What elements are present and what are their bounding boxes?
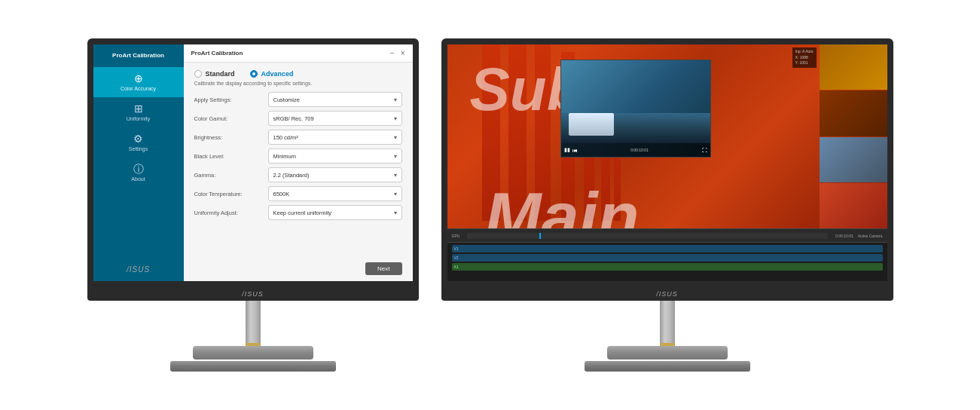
form-row-black-level: Black Level: Minimum ▾ [194, 148, 402, 164]
value-color-gamut: sRGB/ Rec. 709 [273, 115, 314, 122]
panel-footer: Next [184, 256, 413, 281]
left-monitor-neck [246, 301, 261, 346]
video-controls-bar: ▮▮ ⏮ 0:00:10:01 ⛶ [561, 143, 710, 157]
mode-standard-label: Standard [206, 70, 235, 78]
sidebar-footer: /ISUS [127, 265, 150, 281]
sidebar-title: ProArt Calibration [112, 52, 164, 60]
mode-advanced[interactable]: Advanced [250, 70, 294, 78]
nle-track-video-1: V1 [452, 245, 883, 252]
form-row-color-gamut: Color Gamut: sRGB/ Rec. 709 ▾ [194, 111, 402, 126]
video-preview: ▮▮ ⏮ 0:00:10:01 ⛶ [560, 60, 711, 158]
label-gamma: Gamma: [194, 172, 262, 179]
mode-subtitle: Calibrate the display according to speci… [184, 81, 413, 92]
sidebar-item-color-accuracy[interactable]: ⊕ Color Accuracy [93, 67, 184, 97]
right-monitor-base [607, 346, 728, 360]
info-line2: X: 1088 [795, 55, 814, 61]
left-monitor-bezel: ProArt Calibration ⊕ Color Accuracy ⊞ Un… [87, 38, 419, 287]
panel-controls: − × [390, 49, 405, 57]
panel-title: ProArt Calibration [191, 50, 243, 57]
sidebar-item-settings[interactable]: ⚙ Settings [93, 127, 184, 158]
mode-advanced-label: Advanced [261, 70, 294, 78]
left-bezel-bottom: /ISUS [87, 287, 419, 301]
select-gamma[interactable]: 2.2 (Standard) ▾ [268, 167, 402, 182]
chevron-down-icon-temp: ▾ [394, 191, 397, 197]
close-button[interactable]: × [401, 49, 405, 57]
label-black-level: Black Level: [194, 153, 262, 160]
select-color-temp[interactable]: 6500K ▾ [268, 186, 402, 201]
nle-track-video-1-label: V1 [454, 246, 459, 251]
sidebar-label-settings: Settings [129, 146, 148, 151]
right-monitor-neck [660, 301, 675, 346]
fullscreen-button[interactable]: ⛶ [702, 148, 707, 153]
nle-bar: GPU 0:00:10:01 Active Camera V1 V2 [447, 228, 887, 281]
info-line3: Y: 1001 [795, 60, 814, 66]
play-button[interactable]: ▮▮ [564, 147, 570, 153]
label-uniformity-adjust: Uniformity Adjust: [194, 210, 262, 216]
thumb-4 [820, 183, 887, 228]
chevron-down-icon-apply: ▾ [394, 96, 397, 103]
left-monitor-base [193, 346, 313, 360]
select-brightness[interactable]: 150 cd/m² ▾ [268, 130, 402, 145]
form-row-brightness: Brightness: 150 cd/m² ▾ [194, 130, 402, 145]
nle-timeline[interactable] [467, 233, 828, 239]
panel-header: ProArt Calibration − × [184, 44, 413, 63]
value-brightness: 150 cd/m² [273, 134, 298, 141]
next-button[interactable]: Next [365, 262, 401, 275]
label-brightness: Brightness: [194, 134, 262, 141]
right-monitor-bezel: Sub Main Inp: A Auto X: 1088 Y: 1001 [441, 38, 893, 287]
nle-track-video-2: V2 [452, 254, 883, 262]
select-apply-settings[interactable]: Customize ▾ [268, 92, 402, 107]
nle-track-audio-label: A1 [454, 265, 459, 269]
label-color-gamut: Color Gamut: [194, 115, 262, 122]
settings-form: Apply Settings: Customize ▾ Color Gamut:… [184, 92, 413, 256]
minimize-button[interactable]: − [390, 49, 395, 57]
select-uniformity[interactable]: Keep current uniformity ▾ [268, 205, 402, 220]
mode-standard[interactable]: Standard [194, 70, 235, 78]
scene: ProArt Calibration ⊕ Color Accuracy ⊞ Un… [72, 31, 908, 379]
radio-advanced[interactable] [250, 70, 258, 78]
nle-label-camera: Active Camera [858, 234, 883, 238]
nle-top-row: GPU 0:00:10:01 Active Camera [447, 229, 887, 243]
chevron-down-icon-gamma: ▾ [394, 172, 397, 179]
right-bezel-bottom: /ISUS [441, 287, 893, 301]
color-accuracy-icon: ⊕ [134, 73, 143, 84]
main-panel: ProArt Calibration − × Standard [184, 44, 413, 281]
mode-selector: Standard Advanced [184, 63, 413, 81]
value-black-level: Minimum [273, 153, 296, 160]
chevron-down-icon-brightness: ▾ [394, 134, 397, 141]
label-apply-settings: Apply Settings: [194, 96, 262, 103]
sidebar-item-about[interactable]: ⓘ About [93, 158, 184, 188]
right-screen: Sub Main Inp: A Auto X: 1088 Y: 1001 [447, 44, 887, 281]
radio-standard[interactable] [194, 70, 202, 78]
skip-back-button[interactable]: ⏮ [572, 148, 578, 153]
video-control-icons: ⛶ [702, 148, 707, 153]
chevron-down-icon-black: ▾ [394, 153, 397, 160]
video-preview-inner [561, 60, 710, 157]
sidebar-label-color-accuracy: Color Accuracy [121, 86, 156, 91]
sidebar: ProArt Calibration ⊕ Color Accuracy ⊞ Un… [93, 44, 184, 281]
nle-track-audio: A1 [452, 263, 883, 271]
nle-playhead [539, 233, 541, 239]
nle-label-time: 0:00:10:01 [835, 234, 853, 238]
thumb-2 [820, 90, 887, 136]
video-time: 0:00:10:01 [580, 148, 700, 152]
proart-calibration-ui: ProArt Calibration ⊕ Color Accuracy ⊞ Un… [93, 44, 413, 281]
chevron-down-icon-uniformity: ▾ [394, 210, 397, 216]
sidebar-label-uniformity: Uniformity [127, 116, 151, 121]
form-row-apply-settings: Apply Settings: Customize ▾ [194, 92, 402, 107]
info-line1: Inp: A Auto [795, 49, 814, 55]
nle-track-video-2-label: V2 [454, 255, 459, 260]
value-gamma: 2.2 (Standard) [273, 172, 310, 179]
value-uniformity: Keep current uniformity [273, 210, 332, 216]
asus-logo-left: /ISUS [242, 290, 264, 298]
left-monitor: ProArt Calibration ⊕ Color Accuracy ⊞ Un… [87, 38, 419, 372]
select-black-level[interactable]: Minimum ▾ [268, 148, 402, 164]
asus-logo-sidebar: /ISUS [127, 265, 150, 274]
select-color-gamut[interactable]: sRGB/ Rec. 709 ▾ [268, 111, 402, 126]
about-icon: ⓘ [133, 164, 144, 174]
settings-icon: ⚙ [133, 133, 143, 144]
sidebar-item-uniformity[interactable]: ⊞ Uniformity [93, 97, 184, 127]
info-overlay: Inp: A Auto X: 1088 Y: 1001 [792, 47, 817, 68]
uniformity-icon: ⊞ [134, 103, 143, 114]
value-apply-settings: Customize [273, 96, 300, 103]
